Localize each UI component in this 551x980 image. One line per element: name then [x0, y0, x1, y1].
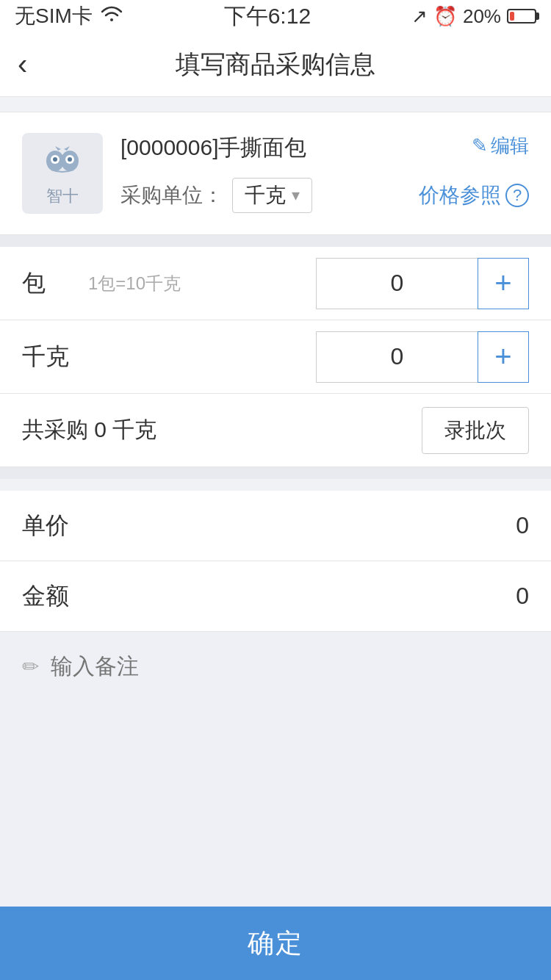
- notes-section: ✏: [0, 632, 551, 701]
- notes-pencil-icon: ✏: [22, 655, 39, 679]
- bao-plus-button[interactable]: +: [478, 258, 529, 309]
- section-divider-1: [0, 235, 551, 247]
- amount-label: 金额: [22, 580, 69, 613]
- unit-price-label: 单价: [22, 510, 69, 542]
- product-logo-text: 智十: [46, 185, 79, 207]
- carrier-text: 无SIM卡: [15, 2, 93, 30]
- price-ref-icon: ?: [505, 184, 529, 207]
- edit-label: 编辑: [491, 133, 529, 159]
- bao-label: 包: [22, 267, 81, 300]
- product-card: 智十 [0000006]手撕面包 ✎ 编辑 采购单位： 千克 ▾ 价格参照 ?: [0, 112, 551, 235]
- status-bar: 无SIM卡 下午6:12 ↗ ⏰ 20%: [0, 0, 551, 32]
- price-ref-button[interactable]: 价格参照 ?: [419, 181, 529, 209]
- product-name: [0000006]手撕面包: [120, 133, 460, 163]
- kg-label: 千克: [22, 341, 81, 373]
- amount-row: 金额 0: [0, 561, 551, 632]
- unit-value: 千克: [245, 181, 286, 209]
- unit-select[interactable]: 千克 ▾: [232, 178, 312, 213]
- battery-percent: 20%: [463, 5, 501, 28]
- battery-indicator: [507, 9, 536, 24]
- summary-row: 共采购 0 千克 录批次: [0, 394, 551, 467]
- bao-quantity-input[interactable]: [316, 258, 478, 309]
- edit-button[interactable]: ✎ 编辑: [472, 133, 529, 159]
- status-left: 无SIM卡: [15, 2, 123, 30]
- section-divider-2: [0, 467, 551, 479]
- batch-button[interactable]: 录批次: [422, 407, 529, 454]
- unit-label: 采购单位：: [120, 181, 223, 209]
- bao-row: 包 1包=10千克 +: [0, 247, 551, 320]
- wifi-icon: [100, 4, 123, 28]
- location-icon: ↗: [411, 5, 428, 28]
- status-right: ↗ ⏰ 20%: [411, 5, 536, 28]
- product-logo-icon: [40, 140, 84, 182]
- svg-point-5: [68, 157, 72, 162]
- unit-price-row: 单价 0: [0, 491, 551, 561]
- confirm-button[interactable]: 确定: [0, 907, 551, 980]
- svg-point-4: [53, 157, 57, 162]
- price-ref-label: 价格参照: [419, 181, 501, 209]
- input-section: 包 1包=10千克 + 千克 + 共采购 0 千克 录批次: [0, 247, 551, 467]
- nav-bar: ‹ 填写商品采购信息: [0, 32, 551, 97]
- kg-plus-button[interactable]: +: [478, 331, 529, 383]
- kg-row: 千克 +: [0, 320, 551, 394]
- amount-value: 0: [516, 583, 529, 610]
- bao-sublabel: 1包=10千克: [88, 272, 181, 295]
- unit-price-value: 0: [516, 512, 529, 539]
- back-button[interactable]: ‹: [18, 48, 27, 81]
- summary-text: 共采购 0 千克: [22, 415, 156, 445]
- product-image: 智十: [22, 133, 103, 214]
- price-section: 单价 0 金额 0: [0, 491, 551, 632]
- edit-icon: ✎: [472, 134, 488, 157]
- unit-dropdown-arrow: ▾: [292, 186, 300, 205]
- page-title: 填写商品采购信息: [176, 48, 375, 82]
- status-time: 下午6:12: [224, 1, 311, 32]
- alarm-icon: ⏰: [433, 5, 457, 28]
- content-background: [0, 701, 551, 936]
- product-info: [0000006]手撕面包 ✎ 编辑 采购单位： 千克 ▾ 价格参照 ?: [120, 133, 529, 213]
- notes-input[interactable]: [51, 654, 529, 679]
- kg-quantity-input[interactable]: [316, 331, 478, 383]
